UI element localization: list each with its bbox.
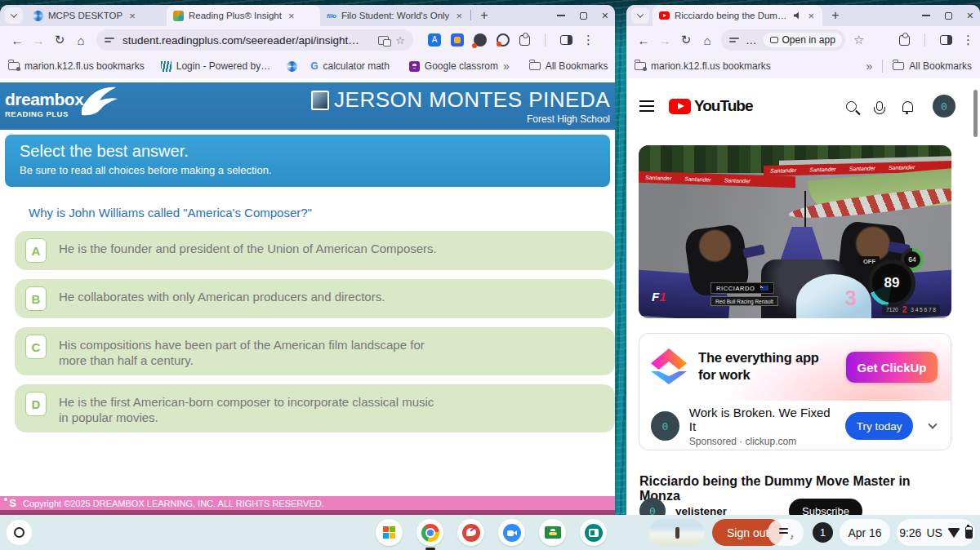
advertiser-avatar[interactable]: 0: [651, 411, 679, 441]
mic-icon[interactable]: [876, 101, 883, 111]
new-tab-button[interactable]: +: [826, 6, 845, 25]
new-tab-button[interactable]: +: [474, 6, 494, 25]
get-clickup-button[interactable]: Get ClickUp: [846, 352, 938, 383]
shelf-app-news[interactable]: [580, 519, 607, 546]
forward-button[interactable]: →: [28, 33, 49, 47]
back-button[interactable]: ←: [7, 33, 28, 47]
close-window-button[interactable]: ×: [967, 10, 973, 21]
status-tray[interactable]: 9:26 US: [897, 519, 975, 546]
video-player[interactable]: SantanderSantanderSantanderSantander San…: [639, 145, 951, 318]
shelf-app-canvas[interactable]: [457, 519, 484, 546]
wifi-icon: [947, 528, 960, 538]
tab-audio-icon[interactable]: [794, 11, 802, 20]
profile-avatar[interactable]: 0: [933, 95, 956, 118]
bookmark-star-icon[interactable]: ☆: [853, 33, 864, 47]
open-in-app-chip[interactable]: Open in app: [764, 33, 842, 47]
answer-option-c[interactable]: C His compositions have been part of the…: [15, 327, 615, 375]
reload-button[interactable]: ↻: [675, 33, 697, 47]
shelf-app-microsoft[interactable]: [376, 519, 403, 546]
site-info-icon[interactable]: [729, 34, 739, 46]
tab-close-icon[interactable]: ×: [454, 11, 464, 21]
tab-close-icon[interactable]: ×: [287, 11, 296, 21]
bookmark-label: marion.k12.fl.us bookmarks: [651, 60, 771, 72]
bookmarks-overflow-icon[interactable]: »: [503, 60, 510, 73]
bookmark-managed-folder[interactable]: marion.k12.fl.us bookmarks: [635, 60, 771, 72]
bookmarks-overflow-icon[interactable]: »: [866, 60, 873, 73]
bookmark-classroom[interactable]: Google classrom: [409, 60, 498, 72]
answer-option-a[interactable]: A He is the founder and president of the…: [15, 231, 615, 270]
ad-banner[interactable]: The everything app for work Get ClickUp: [639, 334, 951, 401]
mcps-favicon: [33, 11, 43, 21]
media-queue-button[interactable]: [768, 519, 804, 546]
browser-menu-icon[interactable]: ⋮: [962, 33, 973, 47]
lock-extension-icon[interactable]: [451, 33, 464, 47]
youtube-header-actions: 0: [846, 86, 956, 126]
ad-card: The everything app for work Get ClickUp …: [639, 333, 951, 450]
youtube-logo[interactable]: YouTube: [669, 97, 752, 115]
all-bookmarks-button[interactable]: All Bookmarks: [529, 60, 608, 72]
back-button[interactable]: ←: [633, 33, 654, 47]
translate-extension-icon[interactable]: A: [428, 33, 441, 47]
shelf-app-classroom[interactable]: [539, 519, 566, 546]
close-window-button[interactable]: ×: [602, 10, 608, 21]
shelf-app-zoom[interactable]: [498, 519, 525, 546]
address-bar[interactable]: student.readingplus.com/seereader/api/in…: [96, 29, 413, 51]
bookmark-site-icon[interactable]: [287, 61, 297, 72]
adblock-extension-icon[interactable]: [474, 33, 487, 47]
address-bar[interactable]: … Open in app: [721, 29, 845, 51]
launcher-button[interactable]: [7, 520, 32, 545]
subscribe-button[interactable]: Subscribe: [789, 499, 862, 515]
menu-icon[interactable]: [639, 100, 654, 111]
open-in-app-icon: [770, 37, 778, 43]
search-icon[interactable]: [846, 101, 857, 112]
question-text: Why is John Williams called "America's C…: [29, 206, 615, 220]
option-text: His compositions have been part of the A…: [59, 335, 441, 368]
date-label: Apr 16: [848, 526, 881, 539]
tab-youtube[interactable]: Ricciardo being the Dummy ×: [653, 5, 822, 26]
site-info-icon[interactable]: [105, 34, 116, 46]
instruction-subtitle: Be sure to read all choices before makin…: [20, 164, 595, 176]
notification-counter[interactable]: 1: [813, 522, 833, 543]
tab-search-button[interactable]: [5, 7, 23, 24]
all-bookmarks-button[interactable]: All Bookmarks: [893, 60, 972, 72]
try-today-button[interactable]: Try today: [845, 412, 913, 440]
channel-name[interactable]: yelistener: [675, 505, 727, 516]
tab-close-icon[interactable]: ×: [806, 11, 816, 21]
browser-menu-icon[interactable]: ⋮: [582, 33, 594, 47]
ad-title[interactable]: Work is Broken. We Fixed It: [689, 406, 835, 433]
bookmark-managed-folder[interactable]: marion.k12.fl.us bookmarks: [8, 60, 145, 72]
minimize-button[interactable]: [557, 15, 565, 16]
reload-button[interactable]: ↻: [49, 33, 70, 47]
home-button[interactable]: ⌂: [70, 33, 91, 47]
window-preview-thumbnail[interactable]: [649, 519, 705, 546]
bookmark-label: marion.k12.fl.us bookmarks: [24, 60, 145, 72]
date-pill[interactable]: Apr 16: [840, 519, 890, 546]
tab-mcps-desktop[interactable]: MCPS DESKTOP ×: [26, 5, 167, 26]
tab-close-icon[interactable]: ×: [127, 11, 137, 21]
shelf-app-chrome[interactable]: [416, 519, 443, 546]
extensions-icon[interactable]: [899, 35, 910, 46]
notifications-icon[interactable]: [902, 101, 913, 112]
ad-menu-chevron-icon[interactable]: [929, 419, 938, 428]
channel-avatar[interactable]: 0: [639, 498, 666, 515]
maximize-button[interactable]: [945, 12, 952, 20]
scrollbar-thumb[interactable]: [973, 90, 978, 137]
extensions-icon[interactable]: [519, 35, 530, 46]
bookmark-star-icon[interactable]: ☆: [395, 34, 405, 47]
maximize-button[interactable]: [580, 12, 587, 20]
forward-button[interactable]: →: [654, 33, 675, 47]
answer-option-d[interactable]: D He is the first American-born composer…: [15, 384, 615, 432]
browser-window-right: Ricciardo being the Dummy × + × ← → ↻ ⌂ …: [626, 5, 980, 515]
side-panel-icon[interactable]: [560, 35, 572, 45]
bookmark-calculator[interactable]: G calculator math: [310, 60, 390, 72]
minimize-button[interactable]: [922, 15, 930, 16]
tab-reading-plus[interactable]: Reading Plus® Insight ×: [167, 5, 320, 26]
bookmark-login[interactable]: Login - Powered by…: [161, 60, 270, 72]
translate-icon[interactable]: [378, 36, 389, 45]
answer-option-b[interactable]: B He collaborates with only American pro…: [15, 279, 615, 318]
tab-filo-student[interactable]: filo Filo Student: World's Only ×: [320, 5, 470, 26]
side-panel-icon[interactable]: [940, 35, 952, 45]
target-extension-icon[interactable]: [497, 33, 510, 47]
tab-search-button[interactable]: [631, 7, 649, 24]
home-button[interactable]: ⌂: [697, 33, 718, 47]
